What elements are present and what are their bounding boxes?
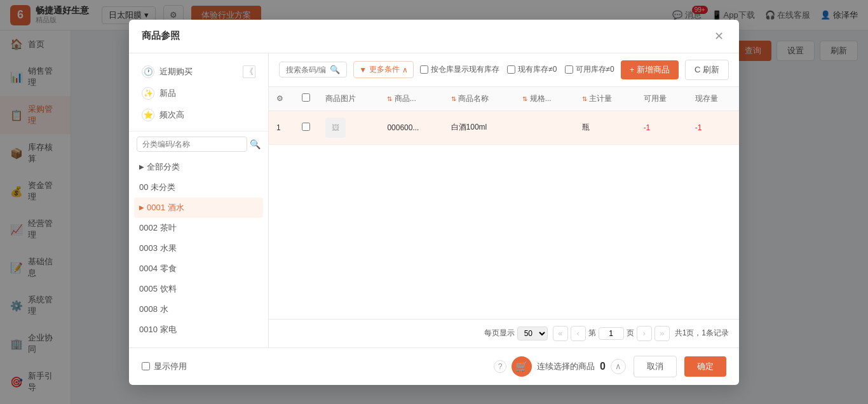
checkbox-stock-input[interactable] [507,65,515,74]
category-0005-code: 0005 [139,284,158,293]
category-0004[interactable]: 0004 零食 [134,259,263,279]
quick-filters: 🕐 近期购买 《 ✨ 新品 ⭐ 频次高 [129,61,268,131]
category-0008-code: 0008 [139,304,158,314]
collapse-button[interactable]: 《 [243,65,255,78]
page-label: 第 [588,328,596,339]
product-table-area: ⚙ 商品图片 ⇅ 商品... ⇅ 商品名称 [269,87,739,319]
filter-chevron-icon: ∧ [402,65,408,74]
product-table: ⚙ 商品图片 ⇅ 商品... ⇅ 商品名称 [269,87,739,145]
modal-title: 商品参照 [142,30,180,42]
col-name-sort-icon: ⇅ [451,95,456,102]
checkbox-warehouse-input[interactable] [420,65,428,74]
col-available: 可用量 [636,87,688,111]
col-stock: 现存量 [688,87,739,111]
checkbox-stock-label: 现有库存≠0 [518,64,557,75]
filter-checkboxes: 按仓库显示现有库存 现有库存≠0 可用库存≠0 [420,64,614,75]
display-disabled-checkbox[interactable] [142,362,150,370]
col-spec[interactable]: ⇅ 规格... [515,87,574,111]
col-unit[interactable]: ⇅ 主计量 [574,87,636,111]
modal-footer: 显示停用 ? 🛒 连续选择的商品 0 ∧ 取消 确定 [129,347,739,385]
col-settings: ⚙ [269,87,294,111]
prev-page-button[interactable]: ‹ [571,326,586,341]
toolbar: 🔍 ▼ 更多条件 ∧ 按仓库显示现有库存 现 [269,53,739,87]
modal-close-button[interactable]: ✕ [711,29,726,44]
category-0001-label: 酒水 [168,202,184,213]
cancel-button[interactable]: 取消 [634,356,677,377]
category-0008[interactable]: 0008 水 [134,299,263,320]
cell-unit: 瓶 [574,111,636,144]
category-0008-label: 水 [160,304,168,315]
refresh-button[interactable]: C 刷新 [685,60,729,80]
last-page-button[interactable]: » [654,326,670,341]
checkbox-stock-neq0[interactable]: 现有库存≠0 [507,64,557,75]
category-00-label: 未分类 [151,182,175,193]
quick-filter-new[interactable]: ✨ 新品 [137,83,261,104]
modal-left-panel: 🕐 近期购买 《 ✨ 新品 ⭐ 频次高 🔍 [129,53,269,347]
first-page-button[interactable]: « [553,326,568,341]
product-search-box: 🔍 [279,62,347,77]
next-page-button[interactable]: › [637,326,652,341]
page-number-input[interactable] [599,327,624,340]
per-page-label: 每页显示 [484,328,515,339]
cell-stock: -1 [688,111,739,144]
col-checkbox [294,87,318,111]
category-search-input[interactable] [137,137,247,152]
col-name[interactable]: ⇅ 商品名称 [444,87,515,111]
continuous-select-label: 连续选择的商品 [537,361,595,372]
checkbox-available-neq0[interactable]: 可用库存≠0 [565,64,614,75]
category-0002-code: 0002 [139,223,158,232]
checkbox-available-input[interactable] [565,65,573,74]
page-input-area: 第 页 [588,327,634,340]
category-0005-label: 饮料 [160,283,177,295]
category-all-label: 全部分类 [147,161,180,173]
col-code[interactable]: ⇅ 商品... [379,87,443,111]
modal-body: 🕐 近期购买 《 ✨ 新品 ⭐ 频次高 🔍 [129,53,739,347]
category-00[interactable]: 00 未分类 [134,177,263,198]
quick-filter-frequent[interactable]: ⭐ 频次高 [137,104,261,126]
modal-right-panel: 🔍 ▼ 更多条件 ∧ 按仓库显示现有库存 现 [269,53,739,347]
cart-icon: 🛒 [512,356,532,377]
col-code-sort-icon: ⇅ [387,95,392,102]
page-suffix: 页 [627,328,634,339]
help-icon[interactable]: ? [494,360,506,373]
checkbox-warehouse[interactable]: 按仓库显示现有库存 [420,64,499,75]
category-0003[interactable]: 0003 水果 [134,238,263,259]
category-00-code: 00 [139,182,148,192]
category-0004-label: 零食 [160,263,177,274]
col-unit-sort-icon: ⇅ [582,95,587,102]
select-all-checkbox[interactable] [302,93,310,102]
footer-cart-area: ? 🛒 连续选择的商品 0 ∧ [494,356,626,377]
selected-count: 0 [600,361,606,372]
per-page-select[interactable]: 50 [517,327,548,340]
category-search-icon[interactable]: 🔍 [250,139,261,149]
checkbox-warehouse-label: 按仓库显示现有库存 [431,64,499,75]
confirm-button[interactable]: 确定 [684,356,726,377]
quick-filter-recent[interactable]: 🕐 近期购买 《 [137,61,261,83]
add-product-button[interactable]: + 新增商品 [621,60,679,79]
category-all-arrow: ▶ [139,163,144,170]
cell-name: 白酒100ml [444,111,515,144]
quick-filter-recent-label: 近期购买 [159,66,193,77]
cell-spec [515,111,574,144]
product-search-input[interactable] [286,65,326,74]
category-0005[interactable]: 0005 饮料 [134,279,263,299]
display-disabled-label[interactable]: 显示停用 [142,361,187,372]
more-filter-button[interactable]: ▼ 更多条件 ∧ [353,61,414,78]
category-0010-code: 0010 [139,325,158,334]
category-0003-code: 0003 [139,243,158,253]
new-icon: ✨ [142,87,154,100]
img-placeholder-icon: 🖼 [332,123,339,132]
category-0001-code: 0001 [147,203,165,212]
quick-filter-new-label: 新品 [159,88,176,99]
total-info: 共1页，1条记录 [675,328,729,339]
category-0001-arrow: ▶ [139,204,144,211]
category-all[interactable]: ▶ 全部分类 [134,157,263,177]
collapse-cart-button[interactable]: ∧ [611,359,626,374]
table-header-row: ⚙ 商品图片 ⇅ 商品... ⇅ 商品名称 [269,87,739,111]
category-0010[interactable]: 0010 家电 [134,320,263,340]
category-0001[interactable]: ▶ 0001 酒水 [134,198,263,218]
row-checkbox[interactable] [302,123,310,131]
table-row[interactable]: 1 🖼 000600... 白酒100ml [269,111,739,144]
cell-code: 000600... [379,111,443,144]
category-0002[interactable]: 0002 茶叶 [134,218,263,238]
